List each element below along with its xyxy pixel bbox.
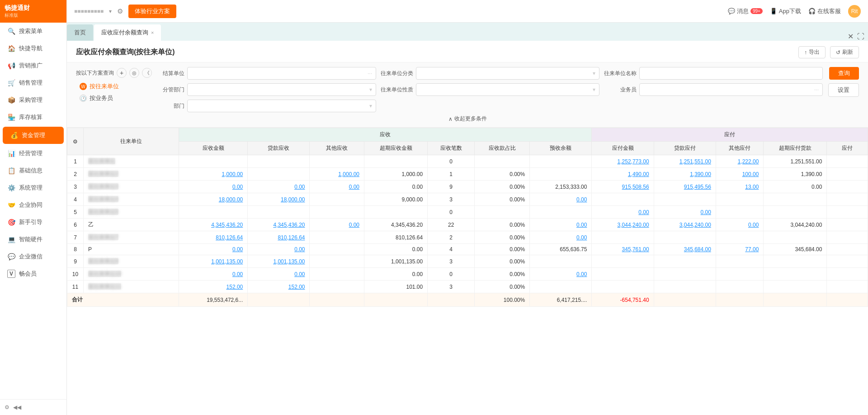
- avatar[interactable]: Rit: [848, 5, 861, 18]
- marketing-icon: 📢: [7, 62, 15, 70]
- settlement-input[interactable]: ···: [187, 67, 376, 80]
- refresh-btn[interactable]: ↺ 刷新: [830, 46, 859, 58]
- filter-collapse-btn[interactable]: 《: [142, 68, 152, 78]
- filter-sub-item-salesman[interactable]: 🕐 按业务员: [76, 92, 152, 104]
- cell-ar-prepay: 0.00: [530, 268, 592, 281]
- cell-ar-count: 3: [428, 281, 475, 293]
- service-icon: 🎧: [808, 8, 816, 14]
- sidebar-item-quick[interactable]: 🏠 快捷导航: [0, 40, 66, 57]
- sidebar-item-marketing[interactable]: 📢 营销推广: [0, 57, 66, 74]
- sidebar-item-sales[interactable]: 🛒 销售管理: [0, 74, 66, 91]
- cell-ar-ratio: [475, 206, 530, 219]
- unit-name-input[interactable]: [639, 67, 823, 80]
- table-row: 1 某往来单位 0 1,252,773.00 1,251,551.00 1,22: [67, 155, 868, 168]
- cell-ap-overdue: [764, 193, 827, 206]
- settings-icon[interactable]: ⚙: [5, 404, 9, 410]
- cell-ap-loan: [654, 255, 716, 268]
- unit-type-select[interactable]: ▾: [416, 67, 599, 80]
- cell-ar-ratio: 0.00%: [475, 268, 530, 281]
- gear-settings-icon[interactable]: ⚙: [117, 7, 123, 15]
- salesman-input[interactable]: ···: [639, 83, 823, 96]
- cell-unit: 某往来单位10: [84, 268, 179, 281]
- cell-ar-amount: 0.00: [179, 181, 247, 193]
- cell-ar-prepay: [530, 281, 592, 293]
- sidebar-item-system[interactable]: ⚙️ 系统管理: [0, 179, 66, 196]
- sidebar-item-basic[interactable]: 📋 基础信息: [0, 162, 66, 179]
- dept-select[interactable]: ▾: [187, 83, 376, 96]
- cell-ar-amount: 1,000.00: [179, 168, 247, 181]
- collapse-sidebar-btn[interactable]: ◀◀: [13, 404, 21, 410]
- sidebar-item-member[interactable]: V 畅会员: [0, 265, 66, 282]
- settings-btn[interactable]: 设置: [828, 83, 859, 97]
- logo-sub: 标准版: [5, 12, 30, 19]
- cell-ap-amount: [592, 268, 654, 281]
- cell-ap-loan: 345,684.00: [654, 244, 716, 255]
- sidebar-item-search[interactable]: 🔍 搜索菜单: [0, 23, 66, 40]
- sidebar-item-wechat[interactable]: 💬 企业微信: [0, 248, 66, 265]
- tab-close-icon[interactable]: ×: [151, 30, 154, 35]
- clock-icon: 🕐: [80, 96, 86, 101]
- solution-btn[interactable]: 体验行业方案: [128, 5, 176, 18]
- tab-ar-ap[interactable]: 应收应付余额查询 ×: [94, 24, 161, 41]
- tab-close-window-icon[interactable]: ✕: [848, 32, 854, 41]
- table-row: 2 某往来单位2 1,000.00 1,000.00 1,000.00 1 0.…: [67, 168, 868, 181]
- hardware-icon: 💻: [7, 235, 15, 243]
- cell-ap-amount: 1,490.00: [592, 168, 654, 181]
- subdept-select[interactable]: ▾: [187, 100, 376, 112]
- cell-ap-extra: [827, 168, 868, 181]
- filter-add-btn[interactable]: +: [117, 68, 127, 78]
- sidebar-item-purchase[interactable]: 📦 采购管理: [0, 91, 66, 109]
- cell-ar-amount: 18,000.00: [179, 193, 247, 206]
- cell-ar-overdue: 1,001,135.00: [364, 255, 428, 268]
- sidebar-item-operations[interactable]: 📊 经营管理: [0, 145, 66, 162]
- sidebar-item-hardware[interactable]: 💻 智能硬件: [0, 231, 66, 248]
- sidebar-item-capital[interactable]: 💰 资金管理: [3, 127, 64, 144]
- top-breadcrumb: ■■■■■■■■■: [74, 8, 104, 14]
- online-service-btn[interactable]: 🎧 在线客服: [808, 7, 841, 15]
- tab-expand-icon[interactable]: ⛶: [857, 33, 864, 41]
- sidebar-item-enterprise[interactable]: 🤝 企业协同: [0, 196, 66, 214]
- page-header: 应收应付余额查询(按往来单位) ↑ 导出 ↺ 刷新: [67, 41, 868, 62]
- collapse-more-btn[interactable]: ∧ 收起更多条件: [76, 112, 859, 123]
- content-area: 应收应付余额查询(按往来单位) ↑ 导出 ↺ 刷新: [67, 41, 868, 415]
- cell-ar-overdue: 0.00: [364, 268, 428, 281]
- cell-no: 5: [67, 206, 84, 219]
- sidebar-item-label: 畅会员: [19, 270, 37, 278]
- chevron-down-icon[interactable]: ▾: [109, 8, 112, 14]
- message-btn[interactable]: 💬 消息 99+: [728, 7, 763, 15]
- field-label-settlement: 结算单位: [157, 70, 184, 77]
- cell-ar-prepay: [530, 155, 592, 168]
- filter-schema-btn[interactable]: ◎: [129, 68, 139, 78]
- cell-no: 1: [67, 155, 84, 168]
- field-label-unit-nature: 往来单位性质: [381, 86, 413, 94]
- cell-ar-ratio: 0.00%: [475, 219, 530, 231]
- cell-ar-prepay: 655,636.75: [530, 244, 592, 255]
- cell-no: 9: [67, 255, 84, 268]
- filter-field-subdept: 部门 ▾: [157, 100, 376, 112]
- export-btn[interactable]: ↑ 导出: [798, 46, 826, 58]
- cell-ap-overdue: [764, 268, 827, 281]
- message-icon: 💬: [728, 8, 735, 14]
- table-row: 3 某往来单位3 0.00 0.00 0.00 0.00 9 0.00% 2,1…: [67, 181, 868, 193]
- tab-home[interactable]: 首页: [67, 24, 93, 41]
- unit-nature-select[interactable]: ▾: [416, 83, 599, 96]
- download-icon: 📱: [770, 8, 777, 14]
- table-gear-header[interactable]: ⚙: [67, 128, 84, 155]
- cell-ar-other: 0.00: [310, 219, 364, 231]
- sidebar-item-label: 企业微信: [19, 253, 42, 261]
- query-btn[interactable]: 查询: [829, 67, 859, 80]
- table-container: ⚙ 往来单位 应收 应付 应收金额 贷款应收 其他应收 超期应收金额 应收笔数 …: [67, 128, 868, 415]
- cell-ar-loan: 0.00: [248, 268, 310, 281]
- filter-sub-item-unit[interactable]: W 按往来单位: [76, 81, 152, 92]
- th-ap-extra: 应付: [827, 142, 868, 155]
- cell-unit: 某往来单位4: [84, 193, 179, 206]
- basic-icon: 📋: [7, 167, 15, 175]
- cell-ar-loan: 0.00: [248, 244, 310, 255]
- sidebar-item-inventory[interactable]: 🏪 库存核算: [0, 109, 66, 126]
- sidebar-item-label: 销售管理: [19, 79, 42, 87]
- sidebar-item-guide[interactable]: 🎯 新手引导: [0, 214, 66, 231]
- sidebar-item-label: 新手引导: [19, 218, 42, 226]
- app-download-btn[interactable]: 📱 App下载: [770, 7, 801, 15]
- table-row: 11 某往来单位11 152.00 152.00 101.00 3 0.00%: [67, 281, 868, 293]
- table-row: 10 某往来单位10 0.00 0.00 0.00 0 0.00% 0.00: [67, 268, 868, 281]
